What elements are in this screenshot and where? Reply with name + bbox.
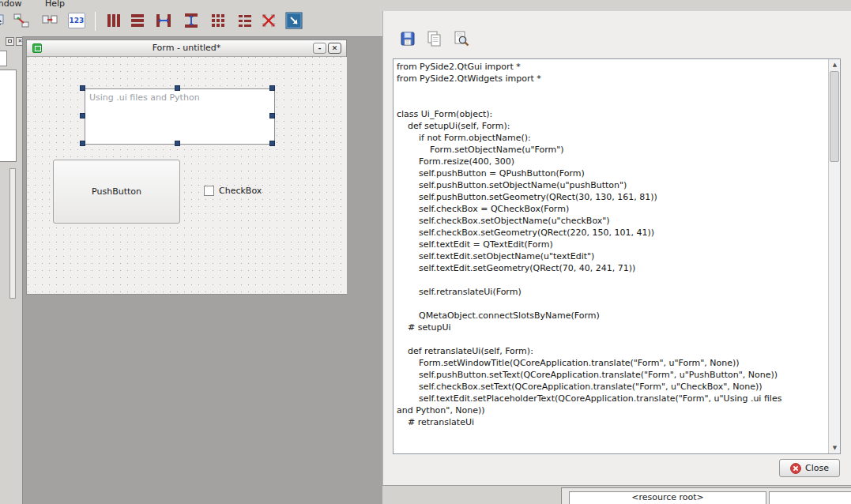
textedit-placeholder-text: Using .ui files and Python [85,89,274,106]
resource-browser-fragment: <resource root> [561,487,851,504]
dock-scrollbar-fragment[interactable] [9,168,16,299]
code-line: self.pushButton = QPushButton(Form) [397,168,826,180]
resource-root-item[interactable]: <resource root> [569,491,766,504]
copy-button[interactable] [424,28,445,49]
dock-float-icon [8,39,12,43]
code-line: if not Form.objectName(): [397,133,826,145]
code-line [397,334,826,346]
code-viewer-toolbar [397,28,472,49]
edit-tab-order-button[interactable]: 123 [66,10,87,31]
layout-vertical-button[interactable] [127,10,148,31]
code-line: self.textEdit.setPlaceholderText(QCoreAp… [397,393,826,405]
layout-form-button[interactable] [235,10,255,31]
code-line: class Ui_Form(object): [397,109,826,121]
layout-splitter-vertical-icon [183,12,200,29]
code-line: from PySide2.QtWidgets import * [397,73,826,85]
checkbox-indicator[interactable] [204,186,214,196]
resource-side-column [769,491,851,504]
selection-handle-middle-right[interactable] [269,113,275,118]
layout-splitter-vertical-button[interactable] [181,10,201,31]
code-view[interactable]: from PySide2.QtGui import *from PySide2.… [393,58,841,454]
find-icon [452,29,471,48]
code-line: self.retranslateUi(Form) [397,287,826,299]
layout-horizontal-icon [105,12,122,29]
code-vertical-scrollbar[interactable]: ▲ ▼ [828,59,840,453]
selection-handle-top-center[interactable] [175,85,180,91]
adjust-size-button[interactable] [284,10,304,31]
code-line: self.pushButton.setObjectName(u"pushButt… [397,180,826,192]
edit-widgets-button[interactable] [0,10,9,31]
code-line: from PySide2.QtGui import * [397,62,826,73]
layout-vertical-icon [129,12,146,29]
checkbox-label: CheckBox [219,186,262,196]
code-text: from PySide2.QtGui import *from PySide2.… [397,62,826,451]
layout-form-icon [236,12,254,29]
find-button[interactable] [451,28,472,49]
code-line: Form.setWindowTitle(QCoreApplication.tra… [397,358,826,370]
form-close-button[interactable]: ✕ [328,43,341,54]
checkbox-widget[interactable]: CheckBox [204,186,262,196]
selection-handle-middle-left[interactable] [80,113,85,118]
selection-handle-bottom-center[interactable] [175,141,180,146]
selection-handle-top-right[interactable] [269,85,275,91]
code-line: QMetaObject.connectSlotsByName(Form) [397,310,826,322]
code-line [397,85,826,97]
close-button[interactable]: Close [779,459,840,477]
layout-grid-button[interactable] [208,10,228,31]
textedit-widget[interactable]: Using .ui files and Python [85,88,275,145]
form-minimize-button[interactable]: - [313,43,326,54]
adjust-size-icon [284,11,303,30]
code-line: self.checkBox.setText(QCoreApplication.t… [397,382,826,393]
selection-handle-bottom-right[interactable] [269,141,275,146]
form-window-title: Form - untitled* [27,43,346,53]
code-line: self.textEdit.setObjectName(u"textEdit") [397,251,826,263]
code-line: self.pushButton.setText(QCoreApplication… [397,370,826,382]
form-window-titlebar[interactable]: Form - untitled* - ✕ [27,40,346,57]
app-window: Window Help 123 [0,0,851,504]
dock-panel-fragment [0,70,17,162]
code-line: def retranslateUi(self, Form): [397,346,826,358]
code-line: # retranslateUi [397,417,826,429]
code-line: self.textEdit = QTextEdit(Form) [397,239,826,251]
layout-splitter-horizontal-icon [155,12,172,29]
pushbutton-widget[interactable]: PushButton [53,160,180,224]
code-line [397,299,826,310]
save-icon [399,30,416,47]
selection-handle-top-left[interactable] [80,85,85,91]
scroll-down-icon[interactable]: ▼ [829,442,841,453]
form-designer-window: Form - untitled* - ✕ Using .ui files and… [26,39,347,295]
close-button-icon [790,463,801,474]
edit-tab-order-icon: 123 [68,13,85,28]
selection-handle-bottom-left[interactable] [80,141,85,146]
scroll-up-icon[interactable]: ▲ [829,59,841,70]
code-line: Form.resize(400, 300) [397,156,826,168]
code-line: # setupUi [397,322,826,334]
code-line: self.checkBox.setGeometry(QRect(220, 150… [397,228,826,239]
save-button[interactable] [397,28,418,49]
form-canvas[interactable]: Using .ui files and Python PushButton Ch… [28,57,347,294]
close-button-label: Close [805,463,829,473]
edit-signals-slots-icon [13,12,30,29]
dock-float-button[interactable] [6,37,14,46]
scrollbar-thumb[interactable] [830,71,839,162]
edit-buddies-icon [41,12,58,29]
code-line: self.textEdit.setGeometry(QRect(70, 40, … [397,263,826,275]
layout-grid-icon [209,12,227,29]
code-line: def setupUi(self, Form): [397,121,826,133]
edit-signals-slots-button[interactable] [11,10,32,31]
code-line [397,275,826,287]
copy-icon [426,30,443,47]
edit-widgets-icon [0,12,8,29]
edit-buddies-button[interactable] [40,10,60,31]
dock-panel-fragment-small [0,51,7,66]
code-line: and Python", None)) [397,405,826,417]
layout-splitter-horizontal-button[interactable] [153,10,174,31]
code-line: self.pushButton.setGeometry(QRect(30, 13… [397,192,826,204]
layout-horizontal-button[interactable] [104,10,124,31]
main-toolbar: 123 [0,8,382,36]
code-line: Form.setObjectName(u"Form") [397,145,826,156]
menubar: Window Help [0,0,395,8]
toolbar-separator [95,12,96,31]
break-layout-button[interactable] [258,10,279,31]
code-line: self.checkBox.setObjectName(u"checkBox") [397,216,826,228]
